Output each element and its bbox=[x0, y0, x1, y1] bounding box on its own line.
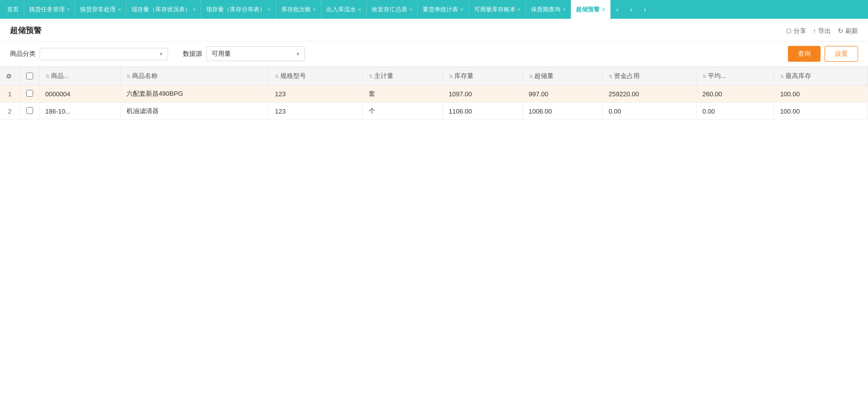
row-capital: 259220.00 bbox=[603, 85, 696, 103]
nav-tab-4[interactable]: 现存量（库存分布表） × bbox=[201, 0, 276, 19]
nav-tab-1[interactable]: 拣货任务管理 × bbox=[24, 0, 75, 19]
filter-bar: 商品分类 ▾ 数据源 可用量 ▾ 查询 设置 bbox=[0, 41, 868, 67]
select-all-checkbox[interactable] bbox=[26, 73, 33, 79]
spec-label: 规格型号 bbox=[280, 72, 306, 80]
datasource-label: 数据源 bbox=[183, 49, 202, 58]
nav-tab-active-label: 超储预警 bbox=[576, 5, 600, 14]
nav-tab-4-close[interactable]: × bbox=[267, 6, 270, 12]
row-product-code: 186-10... bbox=[39, 103, 121, 120]
row-max-stock: 100.00 bbox=[774, 103, 868, 120]
table-row: 1 0000004 六配套新昌490BPG 123 套 1097.00 997.… bbox=[0, 85, 868, 103]
refresh-action[interactable]: ↻ 刷新 bbox=[838, 27, 858, 36]
row-checkbox-1[interactable] bbox=[26, 107, 33, 114]
nav-tab-3-close[interactable]: × bbox=[193, 6, 196, 12]
row-checkbox-0[interactable] bbox=[26, 90, 33, 97]
sort-icon-2: ⇅ bbox=[127, 74, 130, 79]
nav-tab-active[interactable]: 超储预警 × bbox=[571, 0, 610, 19]
capital-column-header[interactable]: ⇅ 资金占用 bbox=[603, 67, 696, 85]
sort-icon-3: ⇅ bbox=[275, 74, 279, 79]
row-avg: 260.00 bbox=[696, 85, 774, 103]
page-content: 超储预警 ⬡ 分享 ↑ 导出 ↻ 刷新 商品分类 ▾ 数据源 bbox=[0, 19, 868, 395]
product-name-label: 商品名称 bbox=[132, 72, 158, 80]
product-name-column-header[interactable]: ⇅ 商品名称 bbox=[121, 67, 269, 85]
max-stock-label: 最高库存 bbox=[785, 72, 811, 80]
row-number: 1 bbox=[0, 85, 20, 103]
checkbox-column-header bbox=[20, 67, 39, 85]
unit-label: 主计量 bbox=[374, 72, 393, 80]
nav-tab-2-close[interactable]: × bbox=[118, 6, 121, 12]
nav-tab-8-label: 要货单统计表 bbox=[423, 5, 458, 14]
nav-tab-home[interactable]: 首页 bbox=[2, 0, 24, 19]
product-code-column-header[interactable]: ⇅ 商品... bbox=[39, 67, 121, 85]
nav-tab-7[interactable]: 收发存汇总表 × bbox=[367, 0, 418, 19]
refresh-icon: ↻ bbox=[838, 27, 843, 35]
nav-tab-5[interactable]: 库存批次账 × bbox=[276, 0, 321, 19]
row-unit: 套 bbox=[363, 85, 443, 103]
nav-tab-6[interactable]: 出入库流水 × bbox=[321, 0, 366, 19]
product-code-label: 商品... bbox=[51, 72, 69, 80]
data-table: ⚙ ⇅ 商品... bbox=[0, 67, 868, 120]
nav-tab-2[interactable]: 拣货异常处理 × bbox=[75, 0, 126, 19]
nav-tab-10[interactable]: 保质期查询 × bbox=[526, 0, 571, 19]
sort-icon: ⇅ bbox=[45, 74, 49, 79]
row-stock: 1097.00 bbox=[442, 85, 522, 103]
nav-tab-home-label: 首页 bbox=[7, 5, 19, 14]
page-title: 超储预警 bbox=[10, 26, 42, 36]
unit-column-header[interactable]: ⇅ 主计量 bbox=[363, 67, 443, 85]
row-avg: 0.00 bbox=[696, 103, 774, 120]
row-checkbox-cell bbox=[20, 103, 39, 120]
table-wrapper: ⚙ ⇅ 商品... bbox=[0, 67, 868, 120]
export-action[interactable]: ↑ 导出 bbox=[813, 27, 831, 36]
spec-column-header[interactable]: ⇅ 规格型号 bbox=[269, 67, 363, 85]
nav-tab-7-close[interactable]: × bbox=[409, 6, 412, 12]
row-checkbox-cell bbox=[20, 85, 39, 103]
share-action[interactable]: ⬡ 分享 bbox=[786, 27, 806, 36]
header-actions: ⬡ 分享 ↑ 导出 ↻ 刷新 bbox=[786, 27, 859, 36]
sort-icon-8: ⇅ bbox=[702, 74, 706, 79]
row-max-stock: 100.00 bbox=[774, 85, 868, 103]
nav-prev-arrow[interactable]: ‹ bbox=[610, 0, 624, 19]
nav-tab-9-close[interactable]: × bbox=[518, 6, 521, 12]
nav-tab-7-label: 收发存汇总表 bbox=[372, 5, 407, 14]
datasource-filter: 数据源 可用量 ▾ bbox=[183, 46, 305, 61]
nav-tab-8[interactable]: 要货单统计表 × bbox=[418, 0, 469, 19]
nav-tab-5-close[interactable]: × bbox=[313, 6, 316, 12]
row-product-code: 0000004 bbox=[39, 85, 121, 103]
row-overflow: 997.00 bbox=[522, 85, 603, 103]
gear-icon[interactable]: ⚙ bbox=[6, 73, 12, 80]
nav-tab-active-close[interactable]: × bbox=[602, 6, 605, 12]
row-number: 2 bbox=[0, 103, 20, 120]
settings-column-header: ⚙ bbox=[0, 67, 20, 85]
category-arrow-icon: ▾ bbox=[160, 51, 163, 57]
export-icon: ↑ bbox=[813, 27, 817, 35]
row-product-name: 机油滤清器 bbox=[121, 103, 269, 120]
nav-tab-6-close[interactable]: × bbox=[358, 6, 361, 12]
nav-tab-10-close[interactable]: × bbox=[563, 6, 565, 12]
row-overflow: 1006.00 bbox=[522, 103, 603, 120]
nav-tab-4-label: 现存量（库存分布表） bbox=[206, 5, 265, 14]
category-select[interactable]: ▾ bbox=[40, 48, 168, 60]
category-filter: 商品分类 ▾ bbox=[10, 48, 168, 60]
top-navigation: 首页 拣货任务管理 × 拣货异常处理 × 现存量（库存状况表） × 现存量（库存… bbox=[0, 0, 868, 19]
stock-column-header[interactable]: ⇅ 库存量 bbox=[442, 67, 522, 85]
overflow-column-header[interactable]: ⇅ 超储量 bbox=[522, 67, 603, 85]
settings-button[interactable]: 设置 bbox=[825, 46, 858, 62]
sort-icon-7: ⇅ bbox=[608, 74, 612, 79]
filter-action-buttons: 查询 设置 bbox=[788, 46, 858, 62]
datasource-select[interactable]: 可用量 ▾ bbox=[206, 46, 305, 61]
nav-next-arrow[interactable]: › bbox=[624, 0, 638, 19]
page-header: 超储预警 ⬡ 分享 ↑ 导出 ↻ 刷新 bbox=[0, 19, 868, 41]
nav-more-arrow[interactable]: › bbox=[638, 0, 652, 19]
nav-tab-8-close[interactable]: × bbox=[460, 6, 463, 12]
nav-tab-3[interactable]: 现存量（库存状况表） × bbox=[127, 0, 201, 19]
avg-label: 平均... bbox=[708, 72, 726, 80]
nav-tab-9[interactable]: 可用量库存账本 × bbox=[469, 0, 526, 19]
nav-tab-1-close[interactable]: × bbox=[67, 6, 70, 12]
nav-tab-1-label: 拣货任务管理 bbox=[29, 5, 65, 14]
nav-tab-3-label: 现存量（库存状况表） bbox=[131, 5, 191, 14]
table-row: 2 186-10... 机油滤清器 123 个 1106.00 1006.00 … bbox=[0, 103, 868, 120]
row-spec: 123 bbox=[269, 103, 363, 120]
avg-column-header[interactable]: ⇅ 平均... bbox=[696, 67, 774, 85]
query-button[interactable]: 查询 bbox=[788, 46, 821, 62]
max-stock-column-header[interactable]: ⇅ 最高库存 bbox=[774, 67, 868, 85]
